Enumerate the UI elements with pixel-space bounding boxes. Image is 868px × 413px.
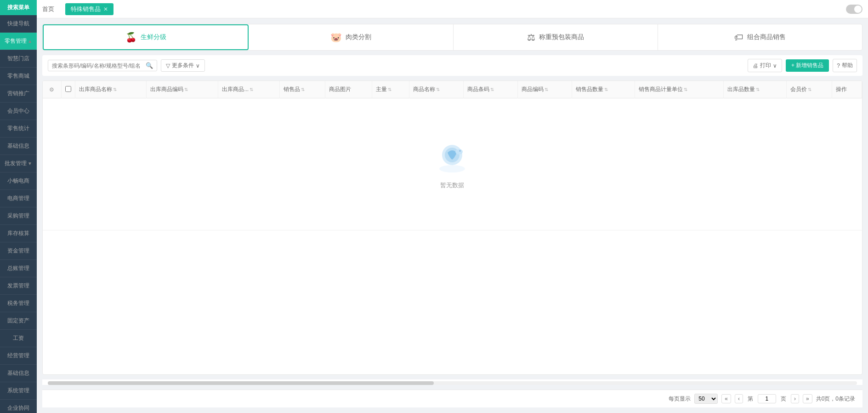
first-page-button[interactable]: « xyxy=(721,394,731,403)
filter-label: 更多条件 xyxy=(172,62,194,69)
sidebar-item-purchase-mgmt[interactable]: 采购管理 xyxy=(0,207,37,225)
new-sale-button[interactable]: + 新增销售品 xyxy=(786,59,829,72)
tab-fresh-grade[interactable]: 🍒 生鲜分级 xyxy=(43,24,249,50)
sidebar-item-retail-mgmt[interactable]: 零售管理 ▲ xyxy=(0,33,37,50)
chevron-icon: ▲ xyxy=(28,39,32,44)
sidebar-item-basic-info[interactable]: 基础信息 xyxy=(0,138,37,155)
data-table: ⚙ 出库商品名称⇅ 出库商品编码⇅ 出库商品...⇅ 销售品⇅ 商品图片 主量⇅… xyxy=(43,81,862,230)
prev-page-button[interactable]: ‹ xyxy=(735,394,743,403)
horizontal-scrollbar[interactable] xyxy=(48,381,857,385)
meat-cut-icon: 🐷 xyxy=(330,32,342,43)
close-icon[interactable]: ✕ xyxy=(103,6,108,12)
help-icon: ? xyxy=(837,63,840,69)
sort-icon: ⇅ xyxy=(604,87,608,92)
col-sale-qty[interactable]: 销售品数量⇅ xyxy=(572,81,635,98)
sort-icon: ⇅ xyxy=(684,87,687,92)
category-tabs: 🍒 生鲜分级 🐷 肉类分割 ⚖ 称重预包装商品 🏷 组合商品销售 xyxy=(42,24,862,51)
filter-button[interactable]: ▽ 更多条件 ∨ xyxy=(161,59,205,72)
breadcrumb-home[interactable]: 首页 xyxy=(42,5,54,13)
col-sale-item[interactable]: 销售品⇅ xyxy=(279,81,325,98)
sidebar-item-sys-mgmt[interactable]: 系统管理 xyxy=(0,382,37,400)
col-item-code[interactable]: 商品编码⇅ xyxy=(517,81,572,98)
sidebar-item-enterprise[interactable]: 企业协同 xyxy=(0,400,37,413)
per-page-select[interactable]: 20 50 100 xyxy=(694,394,718,404)
table-wrapper: ⚙ 出库商品名称⇅ 出库商品编码⇅ 出库商品...⇅ 销售品⇅ 商品图片 主量⇅… xyxy=(42,80,862,375)
sort-icon: ⇅ xyxy=(388,87,391,92)
sidebar-item-mini-ecom[interactable]: 小畅电商 xyxy=(0,172,37,190)
chevron-down-icon: ∨ xyxy=(773,63,777,69)
sidebar-item-quick-nav[interactable]: 快捷导航 xyxy=(0,15,37,33)
sidebar-item-fixed-assets[interactable]: 固定资产 xyxy=(0,312,37,330)
col-out-qty[interactable]: 出库品数量⇅ xyxy=(724,81,787,98)
col-checkbox[interactable] xyxy=(61,81,75,98)
active-tab-label: 特殊销售品 xyxy=(71,5,101,13)
tab-fresh-grade-label: 生鲜分级 xyxy=(141,33,166,41)
tab-weigh-pack-label: 称重预包装商品 xyxy=(539,33,584,41)
weigh-pack-icon: ⚖ xyxy=(527,32,535,43)
empty-icon xyxy=(434,139,471,176)
col-out-name[interactable]: 出库商品名称⇅ xyxy=(75,81,147,98)
sidebar-item-capital-mgmt[interactable]: 资金管理 xyxy=(0,242,37,260)
horizontal-scroll-container[interactable] xyxy=(42,379,862,385)
combo-sales-icon: 🏷 xyxy=(734,32,743,43)
page-label: 第 xyxy=(748,395,753,403)
svg-point-3 xyxy=(455,149,463,155)
sort-icon: ⇅ xyxy=(250,87,253,92)
sidebar-item-tax-mgmt[interactable]: 税务管理 xyxy=(0,295,37,312)
page-suffix: 页 xyxy=(781,395,786,403)
print-button[interactable]: 🖨 打印 ∨ xyxy=(748,59,782,72)
select-all-checkbox[interactable] xyxy=(65,86,71,92)
search-box[interactable]: 🔍 xyxy=(48,60,157,71)
empty-state: 暂无数据 xyxy=(46,102,858,226)
sort-icon: ⇅ xyxy=(545,87,548,92)
tab-meat-cut-label: 肉类分割 xyxy=(346,33,371,41)
sidebar-item-wholesale-mgmt[interactable]: 批发管理 ▼ xyxy=(0,155,37,172)
col-sale-unit[interactable]: 销售商品计量单位⇅ xyxy=(635,81,724,98)
pagination-bar: 每页显示 20 50 100 « ‹ 第 页 › » 共0页，0条记录 xyxy=(42,390,862,407)
col-member-price[interactable]: 会员价⇅ xyxy=(787,81,832,98)
col-item-image[interactable]: 商品图片 xyxy=(325,81,372,98)
sort-icon: ⇅ xyxy=(490,87,494,92)
sidebar-logo[interactable]: 搜索菜单 xyxy=(0,0,37,15)
per-page-label: 每页显示 xyxy=(669,395,691,403)
sidebar-item-retail-mall[interactable]: 零售商城 xyxy=(0,68,37,85)
col-out-spec[interactable]: 出库商品...⇅ xyxy=(218,81,280,98)
sort-icon: ⇅ xyxy=(436,87,440,92)
svg-point-0 xyxy=(439,165,465,172)
next-page-button[interactable]: › xyxy=(791,394,799,403)
search-icon[interactable]: 🔍 xyxy=(146,62,153,69)
active-tab-tag[interactable]: 特殊销售品 ✕ xyxy=(65,3,113,15)
sidebar-item-general-ledger[interactable]: 总账管理 xyxy=(0,260,37,277)
total-label: 共0页，0条记录 xyxy=(816,395,855,403)
sidebar-item-salary[interactable]: 工资 xyxy=(0,330,37,347)
last-page-button[interactable]: » xyxy=(803,394,812,403)
help-label: 帮助 xyxy=(842,62,853,69)
sidebar-item-ecom-mgmt[interactable]: 电商管理 xyxy=(0,190,37,207)
help-button[interactable]: ? 帮助 xyxy=(833,59,857,72)
col-out-code[interactable]: 出库商品编码⇅ xyxy=(147,81,218,98)
toggle-switch[interactable] xyxy=(846,5,862,14)
main-content: 首页 特殊销售品 ✕ 🍒 生鲜分级 🐷 肉类分割 ⚖ 称重预包装商品 xyxy=(37,0,868,413)
sidebar-item-inventory[interactable]: 库存核算 xyxy=(0,225,37,242)
col-item-name[interactable]: 商品名称⇅ xyxy=(409,81,463,98)
tab-combo-sales[interactable]: 🏷 组合商品销售 xyxy=(658,24,862,50)
col-barcode[interactable]: 商品条码⇅ xyxy=(463,81,517,98)
toolbar-right: 🖨 打印 ∨ + 新增销售品 ? 帮助 xyxy=(748,59,857,72)
sidebar-item-smart-store[interactable]: 智慧门店 xyxy=(0,50,37,68)
search-input[interactable] xyxy=(52,63,144,69)
sidebar-item-retail-stats[interactable]: 零售统计 xyxy=(0,120,37,138)
toolbar: 🔍 ▽ 更多条件 ∨ 🖨 打印 ∨ + 新增销售品 ? 帮助 xyxy=(42,55,862,76)
sidebar-item-basic-info2[interactable]: 基础信息 xyxy=(0,365,37,382)
tab-meat-cut[interactable]: 🐷 肉类分割 xyxy=(249,24,453,50)
sort-icon: ⇅ xyxy=(113,87,117,92)
page-number-input[interactable] xyxy=(758,394,776,403)
tab-weigh-pack[interactable]: ⚖ 称重预包装商品 xyxy=(454,24,658,50)
col-weight[interactable]: 主量⇅ xyxy=(372,81,409,98)
sidebar-item-sales-promo[interactable]: 营销推广 xyxy=(0,85,37,103)
sidebar-item-invoice-mgmt[interactable]: 发票管理 xyxy=(0,277,37,295)
scrollbar-thumb[interactable] xyxy=(48,381,434,385)
sort-icon: ⇅ xyxy=(808,87,811,92)
sidebar-item-ops-mgmt[interactable]: 经营管理 xyxy=(0,347,37,365)
col-settings[interactable]: ⚙ xyxy=(43,81,61,98)
sidebar-item-member-center[interactable]: 会员中心 xyxy=(0,103,37,120)
